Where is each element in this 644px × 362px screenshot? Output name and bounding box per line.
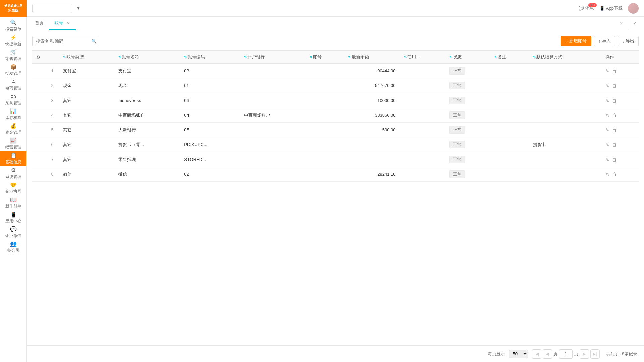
edit-icon[interactable]: ✎ [605, 127, 609, 133]
sidebar-item-retail[interactable]: 🛒 零售管理 [0, 48, 26, 63]
sidebar-item-label: 批发管理 [5, 71, 21, 76]
th-config[interactable]: ⚙ [32, 51, 46, 64]
sidebar-item-label: 采购管理 [5, 100, 21, 106]
sidebar-item-agreement[interactable]: 🤝 企业协同 [0, 181, 26, 195]
tab-close-accounts[interactable]: ✕ [65, 20, 70, 26]
action-icons: ✎ 🗑 [605, 142, 635, 147]
edit-icon[interactable]: ✎ [605, 157, 609, 162]
sidebar-item-system[interactable]: ⚙ 系统管理 [0, 166, 26, 181]
row-bank [240, 123, 306, 137]
app-download-button[interactable]: 📱 App下载 [599, 5, 623, 11]
th-remark[interactable]: ⇅备注 [490, 51, 529, 64]
edit-icon[interactable]: ✎ [605, 172, 609, 177]
sidebar-item-member[interactable]: 👥 畅会员 [0, 240, 26, 254]
row-balance: 10000.00 [344, 93, 399, 108]
th-balance[interactable]: ⇅最新余额 [344, 51, 399, 64]
delete-icon[interactable]: 🗑 [612, 113, 617, 118]
sidebar-item-inventory[interactable]: 📊 库存核算 [0, 107, 26, 122]
th-usage[interactable]: ⇅使用... [400, 51, 445, 64]
sidebar-item-basic[interactable]: 📋 基础信息 [0, 151, 26, 166]
sidebar-item-ecommerce[interactable]: 🖥 电商管理 [0, 77, 26, 92]
sidebar-item-purchase[interactable]: 🛍 采购管理 [0, 92, 26, 107]
app-logo-text: 畅捷通好生意 乐惠版 [4, 4, 22, 13]
sidebar-item-finance[interactable]: 💰 资金管理 [0, 122, 26, 136]
th-default-payment[interactable]: ⇅默认结算方式 [529, 51, 601, 64]
finance-icon: 💰 [10, 123, 17, 129]
table-row: 6 其它 提货卡（零... PICKUPC... 正常 提货卡 ✎ 🗑 [32, 137, 639, 152]
app-download-label: App下载 [606, 5, 623, 11]
th-code[interactable]: ⇅账号编码 [180, 51, 240, 64]
header-dropdown[interactable]: ▼ [76, 6, 80, 11]
message-button[interactable]: 💬 消息 99+ [579, 5, 594, 11]
th-account[interactable]: ⇅账号 [306, 51, 344, 64]
delete-icon[interactable]: 🗑 [612, 68, 617, 74]
row-index: 5 [46, 123, 59, 137]
delete-icon[interactable]: 🗑 [612, 83, 617, 88]
delete-icon[interactable]: 🗑 [612, 172, 617, 177]
row-usage [400, 123, 445, 137]
row-status: 正常 [445, 108, 490, 123]
tab-accounts[interactable]: 账号✕ [49, 17, 76, 30]
row-index: 6 [46, 137, 59, 152]
th-type[interactable]: ⇅账号类型 [59, 51, 114, 64]
row-remark [490, 137, 529, 152]
tab-close-all-button[interactable]: ✕ [614, 17, 628, 30]
row-remark [490, 93, 529, 108]
sidebar-item-wechat[interactable]: 💬 企业微信 [0, 225, 26, 240]
sidebar-item-app_center[interactable]: 📱 应用中心 [0, 210, 26, 225]
sidebar-item-search[interactable]: 🔍 搜索菜单 [0, 18, 26, 33]
row-remark [490, 123, 529, 137]
add-account-button[interactable]: + 新增账号 [561, 36, 591, 46]
row-type: 其它 [59, 93, 114, 108]
prev-page-button[interactable]: ◀ [543, 349, 552, 359]
status-badge: 正常 [449, 126, 465, 134]
delete-icon[interactable]: 🗑 [612, 157, 617, 162]
maximize-button[interactable]: ⤢ [628, 17, 641, 30]
guide-icon: 📖 [10, 196, 17, 203]
status-badge: 正常 [449, 82, 465, 89]
row-name: 支付宝 [114, 64, 180, 78]
per-page-select[interactable]: 50 100 200 [509, 350, 528, 358]
global-search-input[interactable] [32, 4, 72, 13]
sidebar-item-guide[interactable]: 📖 新手引导 [0, 195, 26, 210]
th-status[interactable]: ⇅状态 [445, 51, 490, 64]
page-navigation: |◀ ◀ 页 页 ▶ ▶| [532, 349, 600, 359]
sidebar-item-wholesale[interactable]: 📦 批发管理 [0, 63, 26, 77]
delete-icon[interactable]: 🗑 [612, 142, 617, 147]
edit-icon[interactable]: ✎ [605, 68, 609, 74]
edit-icon[interactable]: ✎ [605, 83, 609, 88]
download-icon: 📱 [599, 6, 605, 11]
search-wrap: 🔍 [32, 36, 99, 46]
first-page-button[interactable]: |◀ [532, 349, 541, 359]
th-bank[interactable]: ⇅开户银行 [240, 51, 306, 64]
sidebar-item-label: 企业协同 [5, 189, 21, 194]
delete-icon[interactable]: 🗑 [612, 127, 617, 133]
page-number-input[interactable] [559, 349, 573, 359]
sidebar-item-operations[interactable]: 📈 经营管理 [0, 136, 26, 151]
tab-home[interactable]: 首页 [30, 17, 49, 30]
delete-icon[interactable]: 🗑 [612, 98, 617, 103]
export-button[interactable]: ↓ 导出 [618, 36, 639, 46]
tab-bar-content: 首页账号✕ [30, 17, 614, 30]
row-index: 3 [46, 93, 59, 108]
sidebar-item-shortcut[interactable]: ⚡ 快捷导航 [0, 33, 26, 48]
row-action: ✎ 🗑 [601, 137, 639, 152]
user-avatar[interactable] [628, 3, 639, 14]
edit-icon[interactable]: ✎ [605, 113, 609, 118]
sidebar: 畅捷通好生意 乐惠版 🔍 搜索菜单 ⚡ 快捷导航 🛒 零售管理 📦 批发管理 🖥… [0, 0, 27, 362]
row-usage [400, 64, 445, 78]
row-usage [400, 167, 445, 182]
action-icons: ✎ 🗑 [605, 98, 635, 103]
wechat-icon: 💬 [10, 226, 17, 232]
th-name[interactable]: ⇅账号名称 [114, 51, 180, 64]
account-search-input[interactable] [32, 36, 99, 46]
next-page-button[interactable]: ▶ [580, 349, 589, 359]
row-balance [344, 137, 399, 152]
last-page-button[interactable]: ▶| [590, 349, 600, 359]
agreement-icon: 🤝 [10, 182, 17, 188]
edit-icon[interactable]: ✎ [605, 98, 609, 103]
search-icon[interactable]: 🔍 [91, 39, 97, 44]
import-button[interactable]: ↑ 导入 [594, 36, 615, 46]
row-config [32, 78, 46, 93]
edit-icon[interactable]: ✎ [605, 142, 609, 147]
